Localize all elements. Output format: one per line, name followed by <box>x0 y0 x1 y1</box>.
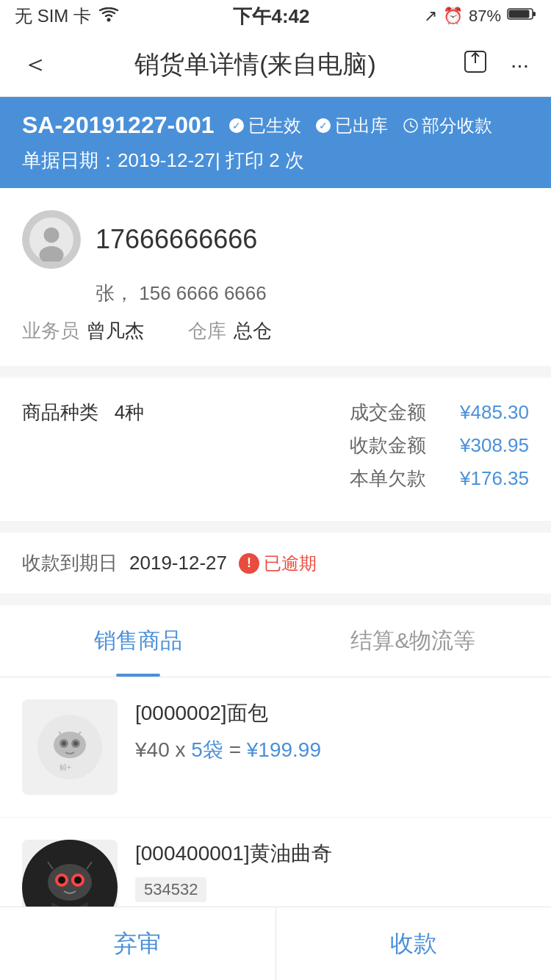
tabs-section: 销售商品 结算&物流等 <box>0 605 551 677</box>
print-info: | 打印 2 次 <box>215 149 304 171</box>
svg-point-13 <box>62 741 66 746</box>
overdue-text: 已逾期 <box>264 552 317 575</box>
nav-right: ··· <box>462 48 529 80</box>
amount-row: 成交金额 ¥485.30 <box>350 400 529 425</box>
share-button[interactable] <box>462 48 489 80</box>
tab-sales-label: 销售商品 <box>94 628 182 652</box>
customer-name-text: 张， <box>96 282 134 304</box>
status-partial-text: 部分收款 <box>422 114 492 137</box>
product-unit-price-1: ¥40 <box>135 738 170 761</box>
debt-row: 本单欠款 ¥176.35 <box>350 466 529 491</box>
status-bar-time: 下午4:42 <box>233 4 309 29</box>
amount-value: ¥485.30 <box>441 401 529 424</box>
confirm-label: 收款 <box>390 928 437 960</box>
location-icon: ↗ <box>424 7 437 26</box>
product-types: 商品种类 4种 <box>22 400 144 425</box>
customer-meta: 业务员 曾凡杰 仓库 总仓 <box>22 318 529 344</box>
product-image-placeholder-1: 鲸+ <box>22 699 118 795</box>
product-types-label: 商品种类 <box>22 401 98 423</box>
tab-sales[interactable]: 销售商品 <box>0 605 276 677</box>
order-date: 2019-12-27 <box>118 149 215 171</box>
svg-text:鲸+: 鲸+ <box>60 763 71 771</box>
nav-bar: ＜ 销货单详情(来自电脑) ··· <box>0 32 551 97</box>
order-id: SA-20191227-001 <box>22 112 215 139</box>
warehouse-label: 仓库 <box>188 318 226 344</box>
customer-section: 17666666666 张， 156 6666 6666 业务员 曾凡杰 仓库 … <box>0 188 551 366</box>
alarm-icon: ⏰ <box>443 7 463 26</box>
cancel-label: 弃审 <box>114 928 161 960</box>
confirm-button[interactable]: 收款 <box>276 907 552 980</box>
product-equals-1: = <box>229 738 247 761</box>
battery-icon <box>507 7 536 26</box>
order-header: SA-20191227-001 ✓ 已生效 ✓ 已出库 部分收款 单据日期：20… <box>0 97 551 188</box>
due-label: 收款到期日 <box>22 550 118 576</box>
customer-name-phone: 张， 156 6666 6666 <box>22 281 529 306</box>
debt-label: 本单欠款 <box>350 466 426 491</box>
cancel-button[interactable]: 弃审 <box>0 907 276 980</box>
back-button[interactable]: ＜ <box>22 46 48 82</box>
nav-title: 销货单详情(来自电脑) <box>134 48 376 82</box>
status-bar-right: ↗ ⏰ 87% <box>424 7 536 26</box>
status-bar-left: 无 SIM 卡 <box>15 4 119 28</box>
customer-row: 17666666666 <box>22 210 529 269</box>
product-thumb-1: 鲸+ <box>22 699 118 795</box>
battery-text: 87% <box>469 7 501 26</box>
salesperson-value: 曾凡杰 <box>87 318 144 344</box>
date-row: 单据日期：2019-12-27| 打印 2 次 <box>22 148 529 173</box>
warehouse-value: 总仓 <box>234 318 272 344</box>
date-label: 单据日期： <box>22 149 118 171</box>
status-effective-text: 已生效 <box>248 114 301 137</box>
salesperson-label: 业务员 <box>22 318 79 344</box>
product-multiply-1: x <box>176 738 192 761</box>
product-qty-val-1: 5 <box>191 738 203 761</box>
check-icon-1: ✓ <box>229 118 244 133</box>
product-total-1: ¥199.99 <box>247 738 321 761</box>
stats-section: 商品种类 4种 成交金额 ¥485.30 收款金额 ¥308.95 本单欠款 ¥… <box>0 378 551 521</box>
received-row: 收款金额 ¥308.95 <box>350 433 529 458</box>
status-bar: 无 SIM 卡 下午4:42 ↗ ⏰ 87% <box>0 0 551 32</box>
received-value: ¥308.95 <box>441 434 529 457</box>
stats-right: 成交金额 ¥485.30 收款金额 ¥308.95 本单欠款 ¥176.35 <box>350 400 529 499</box>
product-types-value: 4种 <box>115 401 144 423</box>
tab-settlement[interactable]: 结算&物流等 <box>276 605 551 677</box>
svg-point-20 <box>58 876 65 884</box>
product-info-1: [0000002]面包 ¥40 x 5袋 = ¥199.99 <box>135 699 529 764</box>
due-date-value: 2019-12-27 <box>129 552 227 574</box>
bottom-bar: 弃审 收款 <box>0 907 551 980</box>
product-item-1: 鲸+ [0000002]面包 ¥40 x 5袋 = ¥199.99 <box>0 677 551 818</box>
product-unit-1: 袋 <box>203 738 223 761</box>
product-price-1: ¥40 x 5袋 = ¥199.99 <box>135 736 529 764</box>
wifi-icon <box>98 6 119 26</box>
status-partial: 部分收款 <box>403 114 492 137</box>
svg-point-21 <box>74 876 82 884</box>
product-sku-2: 534532 <box>135 877 206 902</box>
status-shipped-text: 已出库 <box>335 114 388 137</box>
overdue-icon: ! <box>239 553 259 574</box>
svg-rect-2 <box>533 12 536 16</box>
warehouse-item: 仓库 总仓 <box>188 318 272 344</box>
svg-point-17 <box>48 864 92 901</box>
due-section: 收款到期日 2019-12-27 ! 已逾期 <box>0 533 551 594</box>
product-name-2: [000400001]黄油曲奇 <box>135 840 529 868</box>
check-icon-2: ✓ <box>316 118 331 133</box>
svg-rect-3 <box>508 10 529 18</box>
status-effective: ✓ 已生效 <box>229 114 301 137</box>
overdue-badge: ! 已逾期 <box>239 552 317 575</box>
carrier-text: 无 SIM 卡 <box>15 4 91 28</box>
svg-point-7 <box>44 228 60 243</box>
product-qty-1: 5袋 <box>191 738 223 761</box>
status-shipped: ✓ 已出库 <box>316 114 388 137</box>
customer-phone: 17666666666 <box>96 224 257 255</box>
svg-point-0 <box>107 18 111 22</box>
received-label: 收款金额 <box>350 433 426 458</box>
product-name-1: [0000002]面包 <box>135 699 529 727</box>
more-button[interactable]: ··· <box>511 52 529 77</box>
svg-point-14 <box>73 741 78 746</box>
debt-value: ¥176.35 <box>441 467 529 490</box>
tab-settlement-label: 结算&物流等 <box>350 628 475 652</box>
salesperson-item: 业务员 曾凡杰 <box>22 318 144 344</box>
amount-label: 成交金额 <box>350 400 426 425</box>
customer-alt-phone: 156 6666 6666 <box>139 282 267 304</box>
avatar <box>22 210 81 269</box>
order-id-row: SA-20191227-001 ✓ 已生效 ✓ 已出库 部分收款 <box>22 112 529 139</box>
